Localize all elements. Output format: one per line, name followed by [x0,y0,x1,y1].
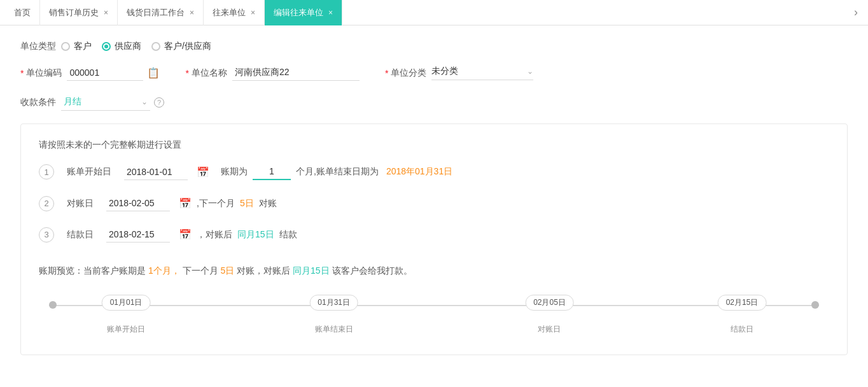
radio-label-customer: 客户 [74,41,92,52]
step-1-calendar-icon[interactable]: 📅 [197,166,209,178]
unit-code-label: 单位编码 [26,67,62,79]
step-3-desc-suffix: 结款 [279,229,297,241]
step-3-num: 3 [39,227,54,243]
preview-label: 账期预览：当前客户账期是 [39,265,146,276]
close-tab-sales-order[interactable]: × [104,8,108,17]
unit-type-radio-group: 客户 供应商 客户/供应商 [61,41,211,52]
step-3-row: 3 结款日 📅 ，对账后 同月15日 结款 [39,227,829,243]
timeline-node-3: 02月15日 结款日 [718,295,767,325]
category-chevron-icon: ⌄ [527,67,533,76]
radio-circle-supplier [102,42,111,51]
timeline-node-1: 01月31日 账单结束日 [309,295,358,325]
tabs-bar: 首页 销售订单历史 × 钱货日清工作台 × 往来单位 × 编辑往来单位 × › [0,0,868,25]
payment-value: 月结 [64,96,141,108]
unit-type-row: 单位类型 客户 供应商 客户/供应商 [20,41,848,52]
unit-code-group: * 单位编码 📋 [20,65,160,81]
step-2-date-input[interactable] [106,195,170,211]
radio-label-both: 客户/供应商 [164,41,211,52]
payment-label: 收款条件 [20,97,56,108]
timeline-pill-2: 02月05日 [525,295,574,311]
payment-dropdown[interactable]: 月结 ⌄ [61,94,150,111]
preview-period: 1个月， [148,265,180,276]
unit-name-label: 单位名称 [192,67,227,79]
radio-both[interactable]: 客户/供应商 [151,41,211,52]
timeline-node-2: 02月05日 对账日 [525,295,574,325]
timeline-node-0: 01月01日 账单开始日 [102,295,151,325]
payment-row: 收款条件 月结 ⌄ ? [20,94,848,111]
step-2-row: 2 对账日 📅 ,下一个月 5日 对账 [39,195,829,211]
payment-help-icon[interactable]: ? [154,97,164,108]
unit-name-group: * 单位名称 [185,65,359,81]
code-name-category-row: * 单位编码 📋 * 单位名称 * 单位分类 未分类 ⌄ [20,65,848,81]
unit-type-label: 单位类型 [20,41,56,52]
timeline-start-dot [49,301,57,309]
close-tab-edit-contacts[interactable]: × [328,8,333,17]
radio-customer[interactable]: 客户 [61,41,92,52]
step-2-calendar-icon[interactable]: 📅 [179,197,192,209]
payment-chevron-icon: ⌄ [141,97,148,106]
radio-circle-both [151,42,160,51]
radio-label-supplier: 供应商 [115,41,141,52]
timeline-pill-1: 01月31日 [309,295,358,311]
timeline-sublabel-3: 结款日 [731,324,753,335]
unit-category-group: * 单位分类 未分类 ⌄ [385,66,533,80]
step-2-desc-prefix: ,下一个月 [197,198,235,209]
section-instruction: 请按照未来的一个完整帐期进行设置 [39,139,829,151]
tab-sales-order[interactable]: 销售订单历史 × [40,0,118,25]
step-1-num: 1 [39,164,54,179]
unit-category-select[interactable]: 未分类 ⌄ [431,66,533,80]
step-2-highlight: 5日 [240,198,254,209]
step-2-desc-suffix: 对账 [259,198,277,209]
preview-text: 账期预览：当前客户账期是 1个月， 下一个月 5日 对账，对账后 同月15日 该… [39,258,829,277]
tab-cash-work[interactable]: 钱货日清工作台 × [118,0,204,25]
close-tab-cash-work[interactable]: × [190,8,194,17]
name-required-star: * [185,68,188,78]
timeline-sublabel-0: 账单开始日 [107,324,145,335]
preview-payment-suffix: 该客户会给我打款。 [332,265,412,276]
timeline-pill-0: 01月01日 [102,295,151,311]
tabs-scroll-arrow[interactable]: › [849,6,863,19]
step-1-row: 1 账单开始日 📅 账期为 个月,账单结束日期为 2018年01月31日 [39,164,829,180]
step-2-label: 对账日 [67,198,94,209]
timeline-sublabel-2: 对账日 [538,324,561,335]
step-1-period-prefix: 账期为 [221,166,248,178]
settings-section: 请按照未来的一个完整帐期进行设置 1 账单开始日 📅 账期为 个月,账单结束日期… [20,123,848,355]
step-1-end-date: 2018年01月31日 [386,166,452,178]
unit-category-value: 未分类 [431,66,527,77]
timeline-section: 01月01日 账单开始日 01月31日 账单结束日 02月05日 对账日 02月… [39,295,829,339]
unit-category-label: 单位分类 [391,67,426,79]
radio-circle-customer [61,42,70,51]
code-required-star: * [20,68,24,78]
preview-reconcile-highlight: 5日 [220,265,234,276]
preview-reconcile-prefix: 下一个月 [183,265,218,276]
code-copy-icon[interactable]: 📋 [147,67,160,79]
preview-reconcile-suffix: 对账，对账后 [237,265,290,276]
step-1-label: 账单开始日 [67,166,111,178]
timeline-end-dot [811,301,819,309]
radio-supplier[interactable]: 供应商 [102,41,141,52]
step-3-date-input[interactable] [106,227,170,243]
tab-edit-contacts[interactable]: 编辑往来单位 × [265,0,342,25]
step-3-calendar-icon[interactable]: 📅 [179,229,192,241]
timeline-pill-3: 02月15日 [718,295,767,311]
step-2-num: 2 [39,196,54,211]
category-required-star: * [385,68,388,78]
step-3-label: 结款日 [67,229,94,241]
unit-name-input[interactable] [232,65,360,81]
step-3-desc-prefix: ，对账后 [197,229,232,241]
tab-contacts[interactable]: 往来单位 × [204,0,265,25]
timeline-wrapper: 01月01日 账单开始日 01月31日 账单结束日 02月05日 对账日 02月… [49,295,819,339]
preview-payment-highlight: 同月15日 [293,265,330,276]
tab-home[interactable]: 首页 [5,0,40,25]
step-1-period-suffix: 个月,账单结束日期为 [296,166,379,178]
step-1-date-input[interactable] [124,164,188,180]
step-1-period-input[interactable] [253,164,291,180]
timeline-line [49,305,819,306]
close-tab-contacts[interactable]: × [251,8,255,17]
main-content: 单位类型 客户 供应商 客户/供应商 * 单位编码 📋 * 单位名称 [0,25,868,387]
unit-code-input[interactable] [67,65,143,81]
timeline-sublabel-1: 账单结束日 [315,324,353,335]
step-3-highlight: 同月15日 [237,229,274,241]
